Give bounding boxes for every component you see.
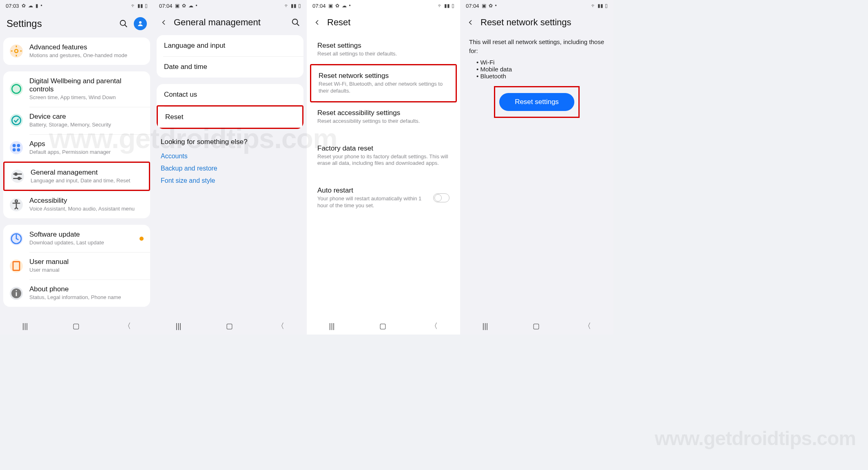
nav-bar: |||▢〈 <box>153 317 307 335</box>
nav-home[interactable]: ▢ <box>379 321 386 330</box>
sliders-icon <box>11 170 24 183</box>
nav-home[interactable]: ▢ <box>226 321 233 330</box>
row-factory-data-reset[interactable]: Factory data resetReset your phone to it… <box>310 138 457 174</box>
row-sub: Reset all settings to their defaults. <box>317 51 450 58</box>
signal-icon: ▮▮ <box>598 3 603 9</box>
link-backup-restore[interactable]: Backup and restore <box>161 162 299 175</box>
row-apps[interactable]: AppsDefault apps, Permission manager <box>3 134 150 162</box>
row-reset[interactable]: Reset <box>157 105 303 129</box>
reset-group-1: Reset settingsReset all settings to thei… <box>310 35 457 131</box>
row-label: Device care <box>29 113 144 121</box>
row-sub: Voice Assistant, Mono audio, Assistant m… <box>29 206 144 213</box>
row-reset-network-settings[interactable]: Reset network settingsReset Wi-Fi, Bluet… <box>310 64 457 102</box>
bag-icon: ▮ <box>35 3 38 9</box>
row-device-care[interactable]: Device careBattery, Storage, Memory, Sec… <box>3 107 150 134</box>
nav-bar: |||▢〈 <box>460 317 613 335</box>
row-digital-wellbeing[interactable]: Digital Wellbeing and parental controlsS… <box>3 71 150 107</box>
nav-recent[interactable]: ||| <box>22 322 28 330</box>
row-reset-settings[interactable]: Reset settingsReset all settings to thei… <box>310 35 457 64</box>
battery-icon: ▯ <box>298 3 301 9</box>
row-date-time[interactable]: Date and time <box>157 56 303 78</box>
row-label: Apps <box>29 140 144 148</box>
watermark-text: www.getdroidtips.com <box>655 427 856 450</box>
svg-rect-16 <box>13 262 20 270</box>
app-bar: General management <box>153 11 307 32</box>
nav-home[interactable]: ▢ <box>73 321 80 330</box>
svg-point-2 <box>139 21 142 24</box>
wifi-icon: ᯤ <box>131 3 136 9</box>
row-user-manual[interactable]: User manualUser manual <box>3 252 150 279</box>
page-title: Reset network settings <box>480 17 607 28</box>
row-software-update[interactable]: Software updateDownload updates, Last up… <box>3 225 150 252</box>
row-sub: Reset Wi-Fi, Bluetooth, and other networ… <box>319 81 448 95</box>
row-reset-accessibility[interactable]: Reset accessibility settingsReset access… <box>310 102 457 131</box>
reset-settings-button[interactable]: Reset settings <box>499 93 574 111</box>
row-label: Advanced features <box>29 43 144 51</box>
dot-icon: • <box>495 3 497 9</box>
link-accounts[interactable]: Accounts <box>161 150 299 162</box>
link-font-size-style[interactable]: Font size and style <box>161 175 299 187</box>
apps-icon <box>10 141 23 154</box>
nav-bar: |||▢〈 <box>307 317 460 335</box>
svg-line-21 <box>297 24 299 26</box>
row-label: General management <box>31 168 142 177</box>
dot-icon: • <box>196 3 197 9</box>
suggestions: Looking for something else? Accounts Bac… <box>153 132 307 194</box>
row-auto-restart[interactable]: Auto restartYour phone will restart auto… <box>310 180 457 216</box>
row-language-input[interactable]: Language and input <box>157 35 303 56</box>
back-icon[interactable] <box>160 18 168 27</box>
row-label: Accessibility <box>29 197 144 205</box>
status-bar: 07:04▣✿• ᯤ▮▮▯ <box>460 0 613 11</box>
row-label: Digital Wellbeing and parental controls <box>29 77 144 93</box>
profile-avatar[interactable] <box>134 17 147 30</box>
auto-restart-toggle[interactable] <box>433 193 450 202</box>
cloud-icon: ☁ <box>342 3 347 9</box>
settings-group-1: Advanced features Motions and gestures, … <box>3 38 150 65</box>
row-contact-us[interactable]: Contact us <box>157 84 303 105</box>
svg-point-8 <box>13 149 15 151</box>
clock: 07:04 <box>159 3 173 9</box>
nav-recent[interactable]: ||| <box>329 322 334 330</box>
reset-group-2: Factory data resetReset your phone to it… <box>310 138 457 174</box>
nav-back[interactable]: 〈 <box>277 321 284 331</box>
nav-recent[interactable]: ||| <box>482 322 488 330</box>
nav-back[interactable]: 〈 <box>124 321 131 331</box>
bullet-wifi: Wi-Fi <box>476 59 602 66</box>
clock: 07:04 <box>466 3 479 9</box>
row-label: Language and input <box>164 42 296 50</box>
battery-icon: ▯ <box>605 3 608 9</box>
row-sub: Default apps, Permission manager <box>29 149 144 156</box>
nav-back[interactable]: 〈 <box>430 321 438 331</box>
bullet-bluetooth: Bluetooth <box>476 73 602 80</box>
clock: 07:03 <box>6 3 19 9</box>
search-icon[interactable] <box>119 19 128 28</box>
back-icon[interactable] <box>313 18 321 27</box>
row-sub: Battery, Storage, Memory, Security <box>29 122 144 129</box>
row-sub: Download updates, Last update <box>29 239 133 246</box>
search-icon[interactable] <box>291 18 300 27</box>
svg-point-20 <box>292 19 298 24</box>
gm-group-1: Language and input Date and time <box>157 35 303 78</box>
page-title: Reset <box>327 17 454 28</box>
row-accessibility[interactable]: AccessibilityVoice Assistant, Mono audio… <box>3 191 150 218</box>
row-label: Factory data reset <box>317 144 450 153</box>
nav-bar: ||| ▢ 〈 <box>0 317 153 335</box>
status-bar: 07:03 ✿ ☁ ▮ • ᯤ ▮▮ ▯ <box>0 0 153 11</box>
screen-reset-network: 07:04▣✿• ᯤ▮▮▯ Reset network settings Thi… <box>460 0 613 335</box>
svg-line-1 <box>125 25 127 27</box>
status-bar: 07:04▣✿☁• ᯤ▮▮▯ <box>153 0 307 11</box>
row-advanced-features[interactable]: Advanced features Motions and gestures, … <box>3 38 150 65</box>
app-bar: Settings <box>0 11 153 34</box>
reset-button-highlight: Reset settings <box>494 86 580 118</box>
wifi-icon: ᯤ <box>284 3 289 9</box>
nav-recent[interactable]: ||| <box>175 322 181 330</box>
row-about-phone[interactable]: About phoneStatus, Legal information, Ph… <box>3 279 150 307</box>
cloud-icon: ☁ <box>188 3 193 9</box>
nav-back[interactable]: 〈 <box>584 321 591 331</box>
row-general-management[interactable]: General managementLanguage and input, Da… <box>3 162 150 191</box>
nav-home[interactable]: ▢ <box>533 321 540 330</box>
svg-point-0 <box>120 20 126 26</box>
back-icon[interactable] <box>467 18 475 27</box>
svg-point-4 <box>12 85 20 93</box>
info-icon <box>10 287 23 300</box>
